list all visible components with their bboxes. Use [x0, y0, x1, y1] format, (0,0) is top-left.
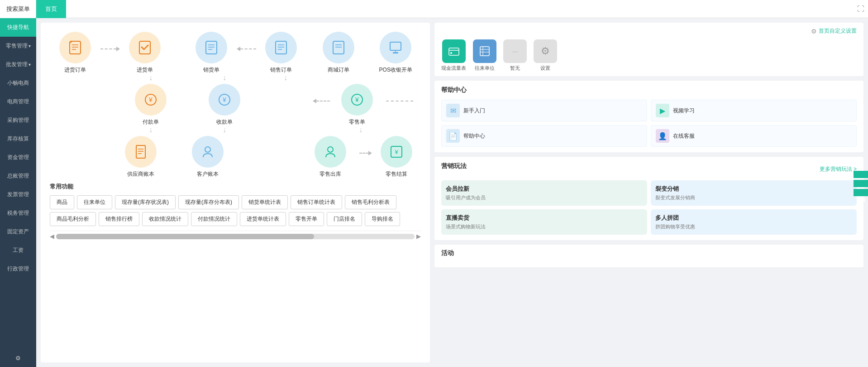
marketing-card-member[interactable]: 会员拉新 吸引用户成为会员	[441, 180, 647, 206]
sidebar-item-purchase[interactable]: 采购管理	[0, 111, 36, 130]
help-item-beginner-label: 新手入门	[463, 107, 485, 115]
icon-item-none[interactable]: — 暂无	[503, 39, 527, 72]
sidebar-item-fixed-assets[interactable]: 固定资产	[0, 222, 36, 241]
sidebar-item-wholesale[interactable]: 批发管理 ▾	[0, 55, 36, 74]
retail-settle-label: 零售结算	[386, 170, 407, 178]
svg-point-30	[328, 147, 333, 152]
func-btn-stock-status[interactable]: 现存量(库存状况表)	[115, 195, 176, 209]
sales-slip-label: 销货单	[203, 66, 219, 74]
scroll-right-button[interactable]: ▶	[416, 233, 421, 240]
flow-node-supplier-book[interactable]: 供应商账本	[116, 136, 165, 178]
func-btn-guide-rank[interactable]: 导购排名	[365, 212, 400, 226]
func-btn-profit-analysis[interactable]: 销售毛利分析表	[345, 195, 396, 209]
purchase-slip-icon	[129, 32, 161, 63]
svg-rect-5	[206, 41, 217, 54]
sidebar-item-ecommerce-small[interactable]: 小畅电商	[0, 74, 36, 92]
func-btn-payment-stat[interactable]: 付款情况统计	[191, 212, 237, 226]
purchase-order-icon	[59, 32, 91, 63]
cashflow-label: 现金流量表	[441, 65, 466, 72]
func-btn-contacts[interactable]: 往来单位	[77, 195, 112, 209]
flow-node-retail[interactable]: ¥ 零售单	[330, 84, 384, 126]
icon-item-contacts[interactable]: 往来单位	[473, 39, 496, 72]
sidebar-item-salary[interactable]: 工资	[0, 241, 36, 260]
marketing-card-fission[interactable]: 裂变分销 裂变式发展分销商	[651, 180, 857, 206]
expand-button[interactable]: ⛶	[857, 5, 864, 13]
func-btn-sales-rank[interactable]: 销售排行榜	[99, 212, 139, 226]
marketing-header: 营销玩法 更多营销玩法 >	[441, 162, 857, 176]
sidebar: 快捷导航 零售管理 ▾ 批发管理 ▾ 小畅电商 电商管理 采购管理 库存核算 资…	[0, 18, 36, 367]
sidebar-item-label: 工资	[13, 246, 24, 254]
retail-out-icon	[315, 136, 346, 168]
func-btn-receipt-stat[interactable]: 收款情况统计	[142, 212, 188, 226]
icon-item-settings[interactable]: ⚙ 设置	[534, 39, 557, 72]
sidebar-item-quick-nav[interactable]: 快捷导航	[0, 18, 36, 37]
help-item-beginner[interactable]: ✉ 新手入门	[441, 100, 647, 121]
gear-icon: ⚙	[811, 28, 817, 35]
svg-rect-36	[480, 47, 489, 56]
pos-label: POS收银开单	[379, 66, 412, 74]
func-btn-goods[interactable]: 商品	[50, 195, 74, 209]
sidebar-item-tax[interactable]: 税务管理	[0, 204, 36, 222]
service-community-button[interactable]: 服务社区	[854, 180, 868, 187]
flow-node-mall-order[interactable]: 商城订单	[313, 32, 364, 74]
mail-icon: ✉	[446, 104, 460, 117]
func-btn-sales-stat[interactable]: 销货单统计表	[242, 195, 288, 209]
flow-node-sales-order[interactable]: 销售订单	[256, 32, 307, 74]
quick-nav-panel: 进货订单 进货单	[41, 23, 430, 362]
member-card-title: 会员拉新	[446, 185, 643, 193]
svg-rect-25	[136, 145, 145, 158]
flow-node-purchase-slip[interactable]: 进货单	[120, 32, 171, 74]
search-menu-button[interactable]: 搜索菜单	[0, 0, 36, 18]
doc-icon: 📄	[446, 129, 460, 143]
sidebar-item-finance[interactable]: 资金管理	[0, 148, 36, 167]
main-layout: 快捷导航 零售管理 ▾ 批发管理 ▾ 小畅电商 电商管理 采购管理 库存核算 资…	[0, 18, 868, 367]
sidebar-item-retail[interactable]: 零售管理 ▾	[0, 37, 36, 55]
live-card-sub: 场景式购物新玩法	[446, 223, 643, 230]
func-btn-store-rank[interactable]: 门店排名	[327, 212, 362, 226]
payment-icon: ¥	[135, 84, 167, 116]
sidebar-item-label: 总账管理	[7, 172, 29, 180]
flow-node-retail-out[interactable]: 零售出库	[306, 136, 355, 178]
group-card-title: 多人拼团	[655, 214, 852, 222]
desktop-shortcut-button[interactable]: 桌面快捷	[854, 189, 868, 196]
sidebar-item-label: 批发管理	[6, 61, 28, 68]
sidebar-item-ecommerce-mgmt[interactable]: 电商管理	[0, 92, 36, 111]
help-item-service[interactable]: 👤 在线客服	[651, 125, 857, 147]
marketing-card-group[interactable]: 多人拼团 拼团购物享受优惠	[651, 209, 857, 235]
func-btn-goods-profit[interactable]: 商品毛利分析	[50, 212, 96, 226]
help-item-help[interactable]: 📄 帮助中心	[441, 125, 647, 147]
flow-node-customer-book[interactable]: 客户账本	[183, 136, 232, 178]
marketing-card-live[interactable]: 直播卖货 场景式购物新玩法	[441, 209, 647, 235]
help-center-title: 帮助中心	[441, 86, 857, 94]
sidebar-item-label: 快捷导航	[7, 24, 29, 31]
flow-node-sales-slip[interactable]: 销货单	[186, 32, 237, 74]
gear-icon: ⚙	[15, 355, 21, 362]
sidebar-item-invoice[interactable]: 发票管理	[0, 185, 36, 204]
icon-item-cashflow[interactable]: 现金流量表	[441, 39, 466, 72]
flow-node-payment[interactable]: ¥ 付款单	[124, 84, 178, 126]
sidebar-item-admin[interactable]: 行政管理	[0, 260, 36, 278]
scroll-left-button[interactable]: ◀	[50, 233, 54, 240]
flow-node-receipt[interactable]: ¥ 收款单	[197, 84, 252, 126]
sidebar-settings-button[interactable]: ⚙	[0, 349, 36, 367]
sidebar-item-inventory[interactable]: 库存核算	[0, 130, 36, 148]
func-btn-purchase-stat[interactable]: 进货单统计表	[240, 212, 286, 226]
tab-home[interactable]: 首页	[36, 0, 66, 18]
mall-order-label: 商城订单	[328, 66, 349, 74]
func-btn-order-stat[interactable]: 销售订单统计表	[291, 195, 342, 209]
flow-node-pos[interactable]: POS收银开单	[371, 32, 421, 74]
sidebar-item-ledger[interactable]: 总账管理	[0, 167, 36, 185]
help-item-video-label: 视频学习	[673, 107, 695, 115]
help-item-video[interactable]: ▶ 视频学习	[651, 100, 857, 121]
activity-title: 活动	[441, 249, 857, 257]
fission-card-sub: 裂变式发展分销商	[655, 194, 852, 201]
flow-node-retail-settle[interactable]: ¥ 零售结算	[372, 136, 421, 178]
customer-service-button[interactable]: 客服热线	[854, 171, 868, 178]
func-btn-stock-dist[interactable]: 现存量(库存分布表)	[178, 195, 239, 209]
func-btn-retail-order[interactable]: 零售开单	[289, 212, 324, 226]
more-marketing-link[interactable]: 更多营销玩法 >	[820, 165, 857, 173]
side-buttons: 客服热线 服务社区 桌面快捷	[854, 171, 868, 196]
svg-rect-0	[70, 41, 81, 54]
flow-node-purchase-order[interactable]: 进货订单	[50, 32, 100, 74]
customize-link[interactable]: 首页自定义设置	[819, 27, 857, 35]
